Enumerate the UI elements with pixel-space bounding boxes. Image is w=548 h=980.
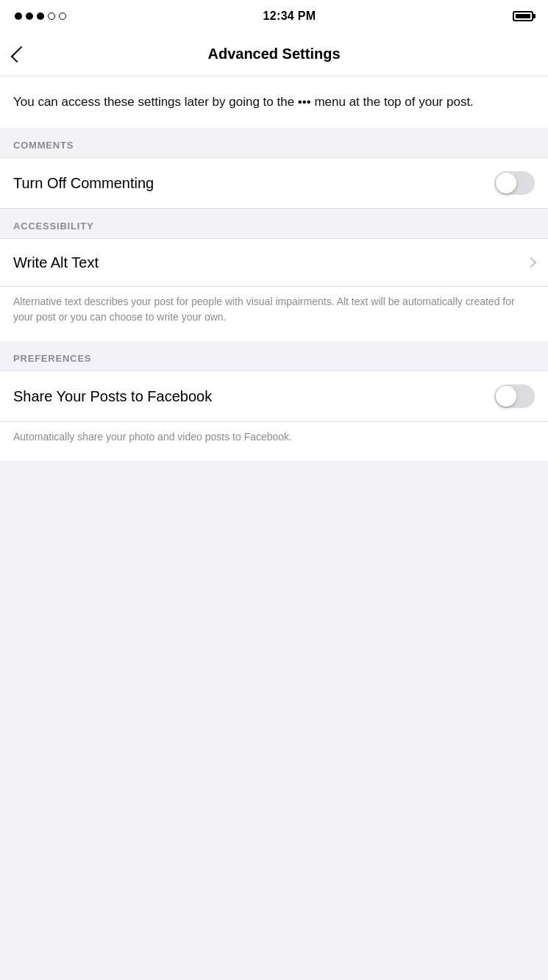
signal-indicator	[15, 12, 66, 20]
facebook-info-block: Automatically share your photo and video…	[0, 422, 548, 461]
share-to-facebook-toggle[interactable]	[494, 385, 535, 408]
signal-dot-2	[26, 12, 33, 20]
section-header-comments: COMMENTS	[0, 128, 548, 157]
toggle-thumb-facebook	[496, 386, 516, 407]
signal-dot-1	[15, 12, 22, 20]
share-to-facebook-label: Share Your Posts to Facebook	[13, 388, 212, 405]
battery-indicator	[513, 11, 533, 21]
row-write-alt-text[interactable]: Write Alt Text	[0, 239, 548, 286]
signal-dot-4	[48, 12, 55, 20]
write-alt-text-label: Write Alt Text	[13, 254, 99, 271]
facebook-info-text: Automatically share your photo and video…	[13, 429, 535, 445]
page-title: Advanced Settings	[207, 46, 340, 62]
description-text: You can access these settings later by g…	[13, 93, 535, 112]
section-header-accessibility: ACCESSIBILITY	[0, 209, 548, 238]
turn-off-commenting-label: Turn Off Commenting	[13, 175, 154, 192]
signal-dot-5	[59, 12, 66, 20]
toggle-thumb-commenting	[496, 173, 516, 193]
alt-text-info-text: Alternative text describes your post for…	[13, 294, 535, 325]
signal-dot-3	[37, 12, 44, 20]
status-bar: 12:34 PM	[0, 0, 548, 32]
back-button[interactable]	[12, 41, 26, 68]
alt-text-info-block: Alternative text describes your post for…	[0, 287, 548, 341]
section-label-preferences: PREFERENCES	[13, 353, 91, 364]
bottom-space	[0, 461, 548, 682]
turn-off-commenting-toggle[interactable]	[494, 171, 535, 195]
description-block: You can access these settings later by g…	[0, 76, 548, 128]
section-label-comments: COMMENTS	[13, 140, 74, 151]
status-time: 12:34 PM	[263, 10, 316, 23]
back-chevron-icon	[11, 46, 28, 62]
chevron-right-icon	[526, 257, 536, 268]
battery-icon	[513, 11, 533, 21]
navigation-bar: Advanced Settings	[0, 32, 548, 76]
section-label-accessibility: ACCESSIBILITY	[13, 221, 93, 232]
section-header-preferences: PREFERENCES	[0, 341, 548, 371]
row-share-to-facebook: Share Your Posts to Facebook	[0, 371, 548, 421]
row-turn-off-commenting: Turn Off Commenting	[0, 158, 548, 208]
battery-fill	[516, 14, 530, 18]
